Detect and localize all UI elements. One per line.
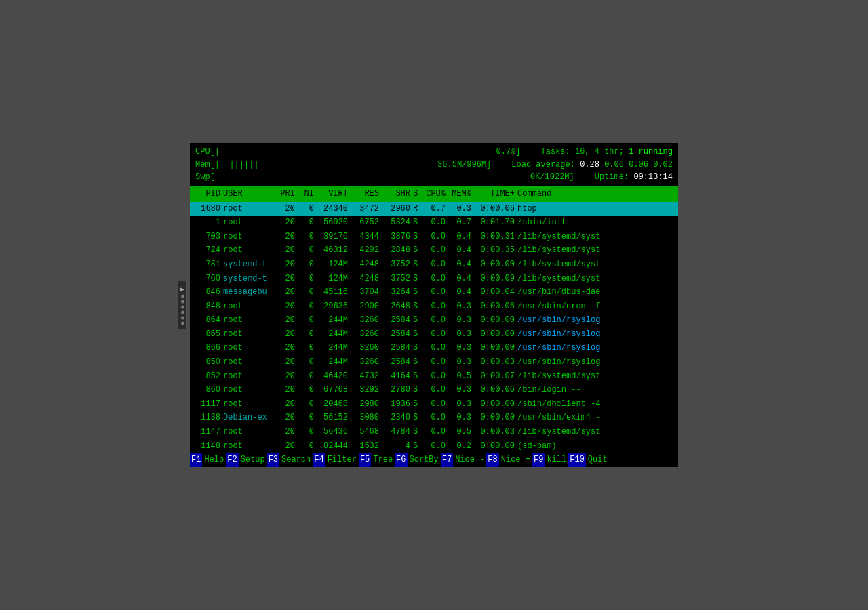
cell-s: S <box>413 244 422 257</box>
cell-mem: 0.4 <box>448 230 474 243</box>
sidebar-arrow[interactable]: ▶ <box>180 285 184 293</box>
footer-item-f9[interactable]: F9 kill <box>532 453 568 467</box>
footer-item-f10[interactable]: F10 Quit <box>568 453 609 467</box>
cell-shr: 3264 <box>382 286 413 299</box>
cell-mem: 0.3 <box>448 300 474 313</box>
cell-s: S <box>413 356 422 369</box>
table-row[interactable]: 848 root 20 0 29636 2900 2648 S 0.0 0.3 … <box>190 300 678 314</box>
table-row[interactable]: 860 root 20 0 67768 3292 2780 S 0.0 0.3 … <box>190 383 678 397</box>
load-info: Load average: 0.28 0.06 0.06 0.02 <box>511 159 673 171</box>
table-header: PID USER PRI NI VIRT RES SHR S CPU% MEM%… <box>190 186 678 202</box>
cell-cpu: 0.0 <box>422 272 448 285</box>
cell-pid: 1117 <box>193 398 223 411</box>
table-row[interactable]: 1 root 20 0 56920 6752 5324 S 0.0 0.7 0:… <box>190 216 678 230</box>
cell-time: 0:00.00 <box>474 342 517 354</box>
mem-row: Mem [ || |||||| 36.5M/996M] Load average… <box>195 159 673 171</box>
sidebar-dot <box>181 295 184 298</box>
cell-time: 0:00.06 <box>474 384 517 396</box>
sidebar: ▶ <box>178 281 187 330</box>
cell-shr: 2780 <box>382 384 413 396</box>
cell-cmd: /lib/systemd/syst <box>517 244 675 257</box>
cell-shr: 4164 <box>382 370 413 383</box>
col-header-mem: MEM% <box>448 188 474 201</box>
mem-bar-open: [ <box>210 159 215 171</box>
cell-cmd: /usr/sbin/rsyslog <box>517 356 675 369</box>
cell-ni: 0 <box>298 426 317 439</box>
tasks-running: 1 running <box>629 147 673 157</box>
table-row[interactable]: 850 root 20 0 244M 3260 2584 S 0.0 0.3 0… <box>190 355 678 369</box>
footer-item-f6[interactable]: F6 SortBy <box>395 453 441 467</box>
cell-shr: 2648 <box>382 300 413 313</box>
cell-shr: 3752 <box>382 258 413 271</box>
table-row[interactable]: 724 root 20 0 46312 4292 2848 S 0.0 0.4 … <box>190 243 678 258</box>
table-row[interactable]: 703 root 20 0 39176 4344 3876 S 0.0 0.4 … <box>190 230 678 244</box>
cell-virt: 82444 <box>317 440 351 453</box>
cell-user: root <box>223 384 277 396</box>
cell-time: 0:00.00 <box>474 328 517 341</box>
cell-shr: 2340 <box>382 411 413 424</box>
cell-mem: 0.2 <box>448 440 474 453</box>
cell-mem: 0.5 <box>448 370 474 383</box>
cell-pri: 20 <box>277 440 298 453</box>
col-header-user: USER <box>223 188 277 201</box>
footer-item-f3[interactable]: F3 Search <box>267 453 313 467</box>
cell-ni: 0 <box>298 203 317 216</box>
cell-time: 0:00.00 <box>474 258 517 271</box>
cell-mem: 0.3 <box>448 342 474 354</box>
cell-time: 0:01.70 <box>474 216 517 229</box>
cell-user: systemd-t <box>223 258 277 271</box>
cell-user: root <box>223 440 277 453</box>
cell-ni: 0 <box>298 440 317 453</box>
table-row[interactable]: 1680 root 20 0 24340 3472 2960 R 0.7 0.3… <box>190 202 678 216</box>
table-row[interactable]: 846 messagebu 20 0 45116 3704 3264 S 0.0… <box>190 285 678 300</box>
cell-cpu: 0.0 <box>422 258 448 271</box>
cell-res: 3260 <box>351 342 382 354</box>
cell-s: S <box>413 300 422 313</box>
table-row[interactable]: 865 root 20 0 244M 3260 2584 S 0.0 0.3 0… <box>190 327 678 342</box>
cell-cmd: /usr/sbin/cron -f <box>517 300 675 313</box>
table-row[interactable]: 781 systemd-t 20 0 124M 4248 3752 S 0.0 … <box>190 258 678 272</box>
footer-item-f2[interactable]: F2 Setup <box>226 453 267 467</box>
footer-item-f1[interactable]: F1 Help <box>190 453 226 467</box>
cell-user: root <box>223 426 277 439</box>
footer-item-f7[interactable]: F7 Nice - <box>441 453 487 467</box>
cell-cmd: /bin/login -- <box>517 384 675 396</box>
table-row[interactable]: 852 root 20 0 46420 4732 4164 S 0.0 0.5 … <box>190 369 678 384</box>
table-row[interactable]: 1138 Debian-ex 20 0 56152 3080 2340 S 0.… <box>190 411 678 425</box>
cell-pri: 20 <box>277 244 298 257</box>
table-row[interactable]: 864 root 20 0 244M 3260 2584 S 0.0 0.3 0… <box>190 313 678 327</box>
load-1: 0.28 <box>580 160 599 169</box>
cell-pri: 20 <box>277 384 298 396</box>
col-header-res: RES <box>351 188 382 201</box>
cell-cmd: /usr/sbin/rsyslog <box>517 342 675 354</box>
cell-user: root <box>223 398 277 411</box>
cell-ni: 0 <box>298 398 317 411</box>
table-row[interactable]: 1148 root 20 0 82444 1532 4 S 0.0 0.2 0:… <box>190 439 678 453</box>
table-row[interactable]: 1117 root 20 0 20468 2980 1936 S 0.0 0.3… <box>190 397 678 411</box>
cell-cpu: 0.0 <box>422 440 448 453</box>
cell-user: Debian-ex <box>223 411 277 424</box>
cell-pid: 860 <box>193 384 223 396</box>
cell-cpu: 0.0 <box>422 370 448 383</box>
cell-s: S <box>413 426 422 439</box>
table-row[interactable]: 760 systemd-t 20 0 124M 4248 3752 S 0.0 … <box>190 272 678 286</box>
cell-pid: 848 <box>193 300 223 313</box>
table-row[interactable]: 866 root 20 0 244M 3260 2584 S 0.0 0.3 0… <box>190 341 678 355</box>
cell-cmd: /usr/bin/dbus-dae <box>517 286 675 299</box>
table-row[interactable]: 1147 root 20 0 56436 5468 4784 S 0.0 0.5… <box>190 425 678 439</box>
cell-time: 0:00.06 <box>474 203 517 216</box>
cell-res: 2900 <box>351 300 382 313</box>
footer-item-f8[interactable]: F8 Nice + <box>486 453 532 467</box>
footer-item-f4[interactable]: F4 Filter <box>313 453 359 467</box>
cell-s: S <box>413 384 422 396</box>
tasks-label: Tasks: <box>541 147 570 157</box>
cell-user: root <box>223 203 277 216</box>
cell-time: 0:00.03 <box>474 426 517 439</box>
swp-val: 0K/1022M] <box>530 171 574 184</box>
cell-time: 0:00.03 <box>474 356 517 369</box>
col-header-pri: PRI <box>277 188 298 201</box>
cell-ni: 0 <box>298 272 317 285</box>
cell-s: S <box>413 370 422 383</box>
footer-item-f5[interactable]: F5 Tree <box>359 453 395 467</box>
col-header-ni: NI <box>298 188 317 201</box>
